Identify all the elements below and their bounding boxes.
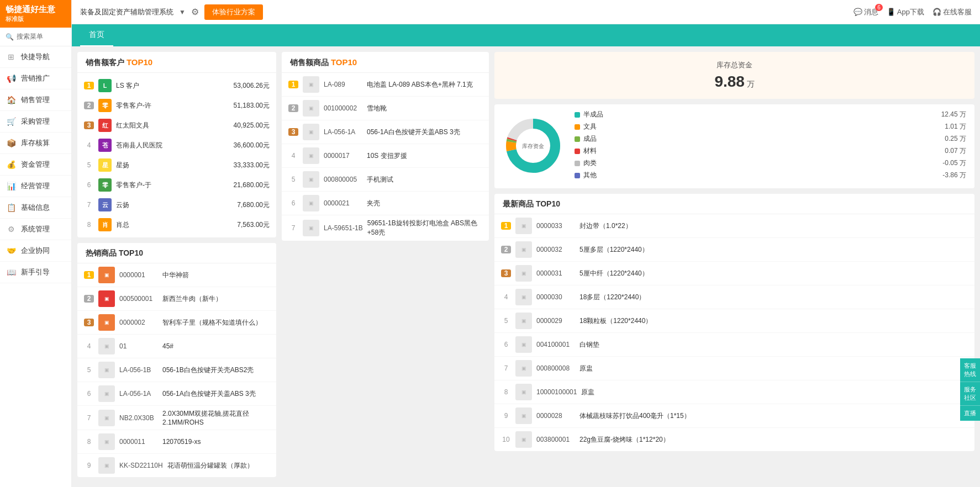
inventory-total-value: 9.88 万 bbox=[503, 73, 966, 91]
legend-name: 成品 bbox=[583, 134, 941, 144]
search-menu[interactable]: 🔍 搜索菜单 bbox=[0, 28, 71, 46]
middle-product-row: 7 ▣ LA-59651-1B 59651-1B旋转投影灯电池盒 ABS黑色+5… bbox=[282, 215, 489, 241]
sidebar-item-inventory[interactable]: 📦 库存核算 bbox=[0, 133, 71, 154]
newest-list: 1 ▣ 0000033 封边带（1.0*22） 2 ▣ 0000032 5厘多层… bbox=[494, 214, 974, 451]
sidebar-item-purchase[interactable]: 🛒 采购管理 bbox=[0, 111, 71, 133]
rank-number: 6 bbox=[84, 181, 94, 189]
newest-product-row: 7 ▣ 000800008 原盅 bbox=[494, 357, 974, 380]
content-middle: 销售额商品 TOP10 1 ▣ LA-089 电池盖 LA-089 ABS本色+… bbox=[282, 46, 494, 487]
product-image: ▣ bbox=[515, 218, 532, 234]
headset-icon: 🎧 bbox=[932, 8, 941, 16]
hot-product-row: 8 ▣ 0000011 12070519-xs bbox=[77, 430, 276, 454]
settings-icon[interactable]: ⚙ bbox=[191, 7, 199, 17]
customer-name: LS 客户 bbox=[116, 81, 229, 91]
product-image: ▣ bbox=[515, 360, 532, 377]
customer-value: 40,925.00元 bbox=[234, 121, 270, 130]
customer-rank-list: 1 L LS 客户 53,006.26元 2 零 零售客户-许 51,183.0… bbox=[77, 73, 276, 237]
online-service-btn[interactable]: 🎧 在线客服 bbox=[932, 7, 972, 17]
sidebar-item-marketing[interactable]: 📢 营销推广 bbox=[0, 68, 71, 89]
legend-name: 其他 bbox=[583, 171, 939, 180]
product-code: 003800001 bbox=[536, 436, 575, 443]
product-image: ▣ bbox=[98, 267, 115, 283]
app-download-btn[interactable]: 📱 App下载 bbox=[887, 7, 924, 17]
middle-product-row: 1 ▣ LA-089 电池盖 LA-089 ABS本色+黑种 7.1克 bbox=[282, 73, 489, 97]
rank-number: 6 bbox=[84, 390, 94, 398]
message-icon: 💬 bbox=[853, 8, 862, 16]
legend-name: 肉类 bbox=[583, 158, 939, 168]
customer-rank-row: 8 肖 肖总 7,563.00元 bbox=[77, 215, 276, 235]
customer-rank-row: 2 零 零售客户-许 51,183.00元 bbox=[77, 96, 276, 115]
sidebar-item-operations[interactable]: 📊 经营管理 bbox=[0, 176, 71, 197]
newest-product-row: 1 ▣ 0000033 封边带（1.0*22） bbox=[494, 214, 974, 238]
customer-avatar: 零 bbox=[98, 99, 112, 112]
legend-item: 其他 -3.86 万 bbox=[575, 171, 966, 180]
legend-value: 1.01 万 bbox=[945, 122, 966, 131]
sidebar-item-system[interactable]: ⚙ 系统管理 bbox=[0, 219, 71, 240]
customer-avatar: 苍 bbox=[98, 139, 112, 152]
newest-product-row: 10 ▣ 003800001 22g鱼豆腐-烧烤味（1*12*20） bbox=[494, 428, 974, 451]
trial-button[interactable]: 体验行业方案 bbox=[204, 4, 263, 20]
content-right: 库存总资金 9.88 万 bbox=[494, 46, 980, 487]
sidebar-item-label: 基础信息 bbox=[21, 203, 50, 213]
product-name: 雪地靴 bbox=[367, 104, 482, 113]
product-name: 夹壳 bbox=[367, 199, 482, 208]
middle-products-card: 销售额商品 TOP10 1 ▣ LA-089 电池盖 LA-089 ABS本色+… bbox=[282, 52, 489, 241]
rank-number: 10 bbox=[501, 436, 511, 443]
product-code: 0000029 bbox=[536, 317, 575, 325]
product-code: LA-089 bbox=[324, 81, 362, 88]
customer-rank-row: 6 零 零售客户-于 21,680.00元 bbox=[77, 175, 276, 195]
customer-avatar: 云 bbox=[98, 198, 112, 211]
tab-home[interactable]: 首页 bbox=[80, 24, 113, 46]
newest-product-row: 8 ▣ 10000100001 原盅 bbox=[494, 380, 974, 404]
customer-name: 肖总 bbox=[116, 220, 233, 230]
sidebar-item-quick-nav[interactable]: ⊞ 快捷导航 bbox=[0, 46, 71, 68]
legend-name: 材料 bbox=[583, 146, 941, 156]
sidebar-item-cooperation[interactable]: 🤝 企业协同 bbox=[0, 240, 71, 262]
float-service-btn[interactable]: 直播 bbox=[960, 406, 980, 421]
product-image: ▣ bbox=[98, 410, 115, 426]
rank-number: 1 bbox=[84, 271, 94, 279]
product-image: ▣ bbox=[303, 220, 319, 236]
newest-product-row: 2 ▣ 0000032 5厘多层（1220*2440） bbox=[494, 238, 974, 262]
product-name: 22g鱼豆腐-烧烤味（1*12*20） bbox=[579, 435, 968, 444]
product-code: LA-056-1A bbox=[119, 390, 158, 398]
search-icon: 🔍 bbox=[6, 33, 14, 41]
product-code: 0000028 bbox=[536, 412, 575, 420]
purchase-icon: 🛒 bbox=[6, 117, 17, 126]
sidebar-item-basic-info[interactable]: 📋 基础信息 bbox=[0, 197, 71, 219]
product-image: ▣ bbox=[98, 290, 115, 307]
customer-avatar: 肖 bbox=[98, 218, 112, 231]
customer-value: 53,006.26元 bbox=[234, 81, 270, 91]
dropdown-arrow[interactable]: ▼ bbox=[179, 8, 186, 16]
legend-color bbox=[575, 124, 580, 130]
message-btn[interactable]: 💬 消息 6 bbox=[853, 7, 878, 17]
sidebar-item-sales[interactable]: 🏠 销售管理 bbox=[0, 89, 71, 111]
legend-color bbox=[575, 112, 580, 118]
legend-item: 半成品 12.45 万 bbox=[575, 110, 966, 119]
customer-rank-row: 5 星 星扬 33,333.00元 bbox=[77, 155, 276, 175]
message-badge: 6 bbox=[875, 4, 883, 11]
newest-product-row: 6 ▣ 004100001 白钢垫 bbox=[494, 333, 974, 357]
inventory-value-unit: 万 bbox=[747, 80, 755, 88]
float-service-btn[interactable]: 服务社区 bbox=[960, 382, 980, 406]
system-icon: ⚙ bbox=[6, 225, 17, 234]
middle-product-row: 6 ▣ 0000021 夹壳 bbox=[282, 192, 489, 215]
app-logo: 畅捷通好生意 标准版 bbox=[0, 0, 71, 28]
basic-info-icon: 📋 bbox=[6, 203, 17, 212]
rank-number: 9 bbox=[84, 462, 94, 469]
float-service-btn[interactable]: 客服热线 bbox=[960, 358, 980, 382]
rank-number: 1 bbox=[288, 81, 298, 88]
product-code: KK-SD22110H bbox=[119, 462, 163, 469]
product-code: 0000002 bbox=[119, 319, 158, 326]
inventory-total-label: 库存总资金 bbox=[503, 60, 966, 70]
rank-number: 2 bbox=[501, 246, 511, 253]
online-service-label: 在线客服 bbox=[943, 7, 972, 17]
sidebar-item-finance[interactable]: 💰 资金管理 bbox=[0, 154, 71, 176]
sidebar-item-guide[interactable]: 📖 新手引导 bbox=[0, 262, 71, 283]
rank-number: 4 bbox=[288, 152, 298, 160]
sidebar-item-label: 系统管理 bbox=[21, 224, 50, 234]
page-tabs: 首页 bbox=[72, 24, 980, 46]
rank-number: 5 bbox=[84, 161, 94, 169]
chart-label: 库存资金 bbox=[522, 143, 544, 149]
product-code: 01 bbox=[119, 342, 158, 350]
